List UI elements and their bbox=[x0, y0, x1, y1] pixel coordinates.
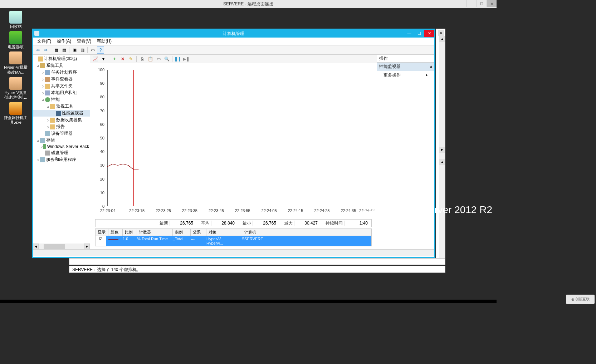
chart-area: 100 90 80 70 60 50 40 30 20 10 0 bbox=[90, 63, 377, 249]
menu-help[interactable]: 帮助(H) bbox=[94, 38, 114, 45]
scroll-up-button[interactable]: ▲ bbox=[439, 36, 445, 42]
corner-watermark: ⊗创新互联 bbox=[566, 295, 595, 304]
help-button[interactable]: ? bbox=[97, 46, 104, 54]
chevron-right-icon: ▸ bbox=[426, 72, 428, 78]
tree-root[interactable]: 计算机管理(本地) bbox=[33, 55, 90, 62]
properties-button[interactable]: ▤ bbox=[60, 46, 68, 54]
tree-wsb[interactable]: ▷Windows Server Back bbox=[33, 144, 90, 149]
tree-monitoring-tools[interactable]: ⊿监视工具 bbox=[33, 103, 90, 110]
maximize-button[interactable]: ☐ bbox=[477, 0, 487, 7]
close-button[interactable]: ✕ bbox=[487, 0, 497, 7]
side-scrollbar[interactable]: ▲ ▶ ▲ bbox=[439, 36, 445, 260]
desktop-icons: 回收站 电源选项 Hyper-Vr批量修改MA... Hyper-V批量创建虚拟… bbox=[3, 11, 31, 127]
tree-task-scheduler[interactable]: ▷任务计划程序 bbox=[33, 69, 90, 76]
mmc-menubar: 文件(F) 操作(A) 查看(V) 帮助(H) bbox=[33, 38, 434, 45]
lower-field[interactable] bbox=[69, 258, 445, 265]
properties-perf-button[interactable]: ▭ bbox=[155, 55, 162, 63]
freeze-button[interactable]: ❚❚ bbox=[174, 55, 181, 63]
copy-button[interactable]: ⎘ bbox=[138, 55, 146, 63]
rdp-title-text: SERVERE - 远程桌面连接 bbox=[223, 1, 273, 7]
counter-checkbox[interactable]: ☑ bbox=[96, 236, 106, 246]
scroll-left-button[interactable]: ◀ bbox=[33, 244, 39, 249]
tree-disk-management[interactable]: 磁盘管理 bbox=[33, 149, 90, 156]
actions-section[interactable]: 性能监视器▴ bbox=[377, 63, 434, 71]
collapse-icon: ▴ bbox=[430, 64, 432, 70]
tree-hscroll[interactable]: ◀ ▶ bbox=[33, 244, 90, 249]
side-panel: ✕ ▲ ▶ ▲ bbox=[436, 29, 445, 260]
letterbox-bar bbox=[0, 300, 497, 303]
perfmon-toolbar: 📈 ▾ ＋ ✕ ✎ ⎘ 📋 ▭ 🔍 ❚❚ ▶❚ bbox=[90, 55, 377, 63]
x-axis: 22:23:04 22:23:15 22:23:25 22:23:35 22:2… bbox=[105, 208, 370, 214]
scroll-thumb[interactable] bbox=[44, 244, 65, 249]
counter-header[interactable]: 显示 颜色 比例 计数器 实例 父系 对象 计算机 bbox=[96, 229, 371, 236]
update-button[interactable]: ▶❚ bbox=[182, 55, 190, 63]
mmc-minimize-button[interactable]: — bbox=[404, 30, 414, 37]
show-hide-tree-button[interactable]: ▦ bbox=[53, 46, 60, 54]
tree-services-apps[interactable]: ▷服务和应用程序 bbox=[33, 156, 90, 163]
delete-counter-button[interactable]: ✕ bbox=[119, 55, 126, 63]
mmc-titlebar[interactable]: 计算机管理 — ☐ ✕ bbox=[33, 30, 434, 38]
mmc-status-bar bbox=[33, 249, 434, 256]
menu-action[interactable]: 操作(A) bbox=[54, 38, 74, 45]
desktop-icon-recycle[interactable]: 回收站 bbox=[3, 11, 29, 29]
mmc-toolbar: ⇦ ⇨ ▦ ▤ ▣ ▥ ▭ ? bbox=[33, 45, 434, 55]
perfmon-pane: 📈 ▾ ＋ ✕ ✎ ⎘ 📋 ▭ 🔍 ❚❚ ▶❚ bbox=[90, 55, 377, 249]
minimize-button[interactable]: — bbox=[466, 0, 477, 7]
windows-logo-icon bbox=[363, 204, 375, 216]
actions-pane: 操作 性能监视器▴ 更多操作▸ bbox=[377, 55, 434, 249]
view-graph-button[interactable]: 📈 bbox=[92, 55, 99, 63]
mmc-window: 计算机管理 — ☐ ✕ 文件(F) 操作(A) 查看(V) 帮助(H) ⇦ ⇨ … bbox=[32, 29, 435, 258]
tree-performance[interactable]: ⊿性能 bbox=[33, 96, 90, 103]
desktop-icon-power[interactable]: 电源选项 bbox=[3, 31, 29, 49]
scroll-up2-button[interactable]: ▲ bbox=[439, 159, 445, 165]
mmc-close-button[interactable]: ✕ bbox=[424, 30, 434, 37]
forward-button[interactable]: ⇨ bbox=[42, 46, 49, 54]
counter-grid: 显示 颜色 比例 计数器 实例 父系 对象 计算机 ☑ 1.0 bbox=[95, 228, 372, 246]
app-icon bbox=[34, 31, 39, 36]
add-counter-button[interactable]: ＋ bbox=[111, 55, 118, 63]
lower-area: SERVERE：选择了 140 个虚拟机。 bbox=[69, 258, 445, 273]
rdp-window: SERVERE - 远程桌面连接 — ☐ ✕ 回收站 电源选项 Hyper-Vr… bbox=[0, 0, 497, 295]
os-watermark: Windows Server 2012 R2 bbox=[363, 204, 492, 216]
lower-status: SERVERE：选择了 140 个虚拟机。 bbox=[69, 266, 445, 273]
stats-row: 最新26.765 平均28.840 最小26.765 最大30.427 持续时间… bbox=[95, 219, 372, 227]
toolbar-btn-2[interactable]: ▥ bbox=[79, 46, 86, 54]
tree-reports[interactable]: ▷报告 bbox=[33, 123, 90, 130]
chart-line bbox=[107, 70, 368, 206]
scroll-right-button[interactable]: ▶ bbox=[84, 244, 90, 249]
paste-button[interactable]: 📋 bbox=[147, 55, 154, 63]
menu-file[interactable]: 文件(F) bbox=[34, 38, 54, 45]
back-button[interactable]: ⇦ bbox=[34, 46, 41, 54]
mmc-maximize-button[interactable]: ☐ bbox=[414, 30, 424, 37]
tree-pane: 计算机管理(本地) ⊿系统工具 ▷任务计划程序 ▷事件查看器 ▷共享文件夹 ▷本… bbox=[33, 55, 90, 249]
side-close-button[interactable]: ✕ bbox=[438, 30, 444, 36]
y-axis: 100 90 80 70 60 50 40 30 20 10 0 bbox=[95, 68, 106, 206]
actions-more[interactable]: 更多操作▸ bbox=[377, 71, 434, 79]
counter-color-swatch bbox=[108, 239, 118, 240]
toolbar-btn-1[interactable]: ▣ bbox=[71, 46, 78, 54]
scroll-mid-button[interactable]: ▶ bbox=[439, 147, 445, 153]
tree-perfmon[interactable]: 性能监视器 bbox=[33, 110, 90, 117]
tree-shared-folders[interactable]: ▷共享文件夹 bbox=[33, 83, 90, 89]
tree-storage[interactable]: ⊿存储 bbox=[33, 137, 90, 144]
view-dropdown-button[interactable]: ▾ bbox=[100, 55, 107, 63]
desktop-icon-hyperv-mac[interactable]: Hyper-Vr批量修改MA... bbox=[3, 51, 29, 74]
tree-system-tools[interactable]: ⊿系统工具 bbox=[33, 62, 90, 69]
zoom-button[interactable]: 🔍 bbox=[163, 55, 170, 63]
counter-row[interactable]: ☑ 1.0 % Total Run Time _Total --- Hyper-… bbox=[96, 236, 371, 246]
tree-event-viewer[interactable]: ▷事件查看器 bbox=[33, 76, 90, 83]
mmc-title-text: 计算机管理 bbox=[223, 31, 244, 37]
tree-device-manager[interactable]: 设备管理器 bbox=[33, 130, 90, 137]
highlight-button[interactable]: ✎ bbox=[127, 55, 135, 63]
rdp-titlebar[interactable]: SERVERE - 远程桌面连接 — ☐ ✕ bbox=[0, 0, 497, 8]
desktop-icon-zhuanhe[interactable]: 赚盒网挂机工具.exe bbox=[3, 102, 29, 125]
menu-view[interactable]: 查看(V) bbox=[74, 38, 94, 45]
tree-local-users[interactable]: ▷本地用户和组 bbox=[33, 89, 90, 96]
actions-header: 操作 bbox=[377, 55, 434, 63]
refresh-button[interactable]: ▭ bbox=[89, 46, 96, 54]
tree-dcs[interactable]: ▷数据收集器集 bbox=[33, 117, 90, 123]
chart-cursor[interactable] bbox=[133, 70, 134, 206]
desktop-icon-hyperv-create[interactable]: Hyper-V批量创建虚拟机... bbox=[3, 77, 29, 100]
